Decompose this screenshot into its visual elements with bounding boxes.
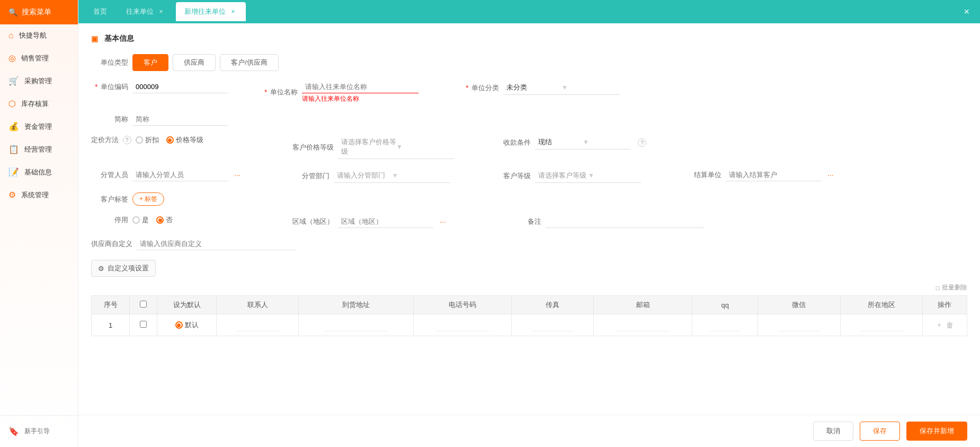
tab-new-partner-close[interactable]: × — [229, 7, 237, 16]
row-default-radio-label[interactable]: 默认 — [163, 320, 211, 330]
settlement-input[interactable] — [726, 169, 821, 181]
tab-new-partner[interactable]: 新增往来单位 × — [176, 2, 246, 21]
batch-delete-label[interactable]: 批量删除 — [942, 283, 967, 292]
sidebar-item-purchase[interactable]: 🛒 采购管理 — [0, 69, 78, 92]
address-input[interactable] — [324, 319, 388, 331]
cat-required: * — [466, 84, 468, 92]
save-new-button[interactable]: 保存并新增 — [906, 422, 967, 441]
tab-bar-close-btn[interactable]: × — [959, 4, 974, 20]
delete-row-btn[interactable]: 🗑 — [946, 321, 954, 329]
pricing-help-icon[interactable]: ? — [123, 136, 131, 144]
sidebar-item-finance[interactable]: 💰 资金管理 — [0, 115, 78, 138]
short-name-input[interactable] — [132, 113, 228, 126]
row-fax — [512, 314, 594, 336]
unit-btn-customer[interactable]: 客户 — [132, 54, 168, 71]
sidebar-item-label: 快捷导航 — [19, 31, 47, 40]
manager-input[interactable] — [132, 169, 228, 181]
tab-new-partner-label: 新增往来单位 — [184, 7, 226, 16]
pricing-discount-radio[interactable] — [136, 136, 143, 144]
payment-terms-select[interactable]: 现结 ▼ — [535, 135, 630, 150]
pricing-price-level[interactable]: 价格等级 — [166, 135, 203, 145]
name-field: * 单位名称 请输入往来单位名称 — [261, 81, 462, 103]
disabled-yes[interactable]: 是 — [132, 215, 149, 225]
basic-icon: 📝 — [8, 167, 19, 177]
batch-delete-row: □ 批量删除 — [91, 283, 967, 292]
settlement-more-btn[interactable]: ··· — [825, 171, 836, 179]
code-name-category-row: * 单位编码 * 单位名称 请输入往来单位名称 * 单位分类 — [91, 81, 967, 103]
sidebar-item-basic[interactable]: 📝 基础信息 — [0, 161, 78, 183]
category-select[interactable]: 未分类 ▼ — [503, 81, 620, 95]
tab-partners-close[interactable]: × — [157, 7, 165, 16]
name-error-msg: 请输入往来单位名称 — [302, 94, 418, 103]
contacts-table: 序号 设为默认 联系人 到货地址 电话号码 传真 邮箱 qq 微信 所在地区 操… — [91, 295, 967, 336]
section-icon: ▣ — [91, 34, 98, 43]
sidebar-item-quick-nav[interactable]: ⌂ 快捷导航 — [0, 24, 78, 47]
settlement-field: 结算单位 ··· — [684, 169, 967, 181]
unit-btn-supplier[interactable]: 供应商 — [173, 54, 216, 71]
row-checkbox — [130, 314, 157, 336]
customer-level-field: 客户等级 请选择客户等级 ▼ — [494, 169, 684, 183]
payment-help-icon[interactable]: ? — [638, 138, 646, 147]
phone-input[interactable] — [436, 319, 489, 331]
location-input[interactable] — [860, 319, 903, 331]
cancel-button[interactable]: 取消 — [813, 422, 853, 441]
tags-row: 客户标签 + 标签 — [91, 192, 967, 206]
save-button[interactable]: 保存 — [860, 422, 900, 441]
sidebar-item-guide[interactable]: 🔖 新手引导 — [0, 420, 78, 443]
custom-settings-btn[interactable]: ⚙ 自定义项设置 — [91, 260, 156, 277]
customer-level-select[interactable]: 请选择客户等级 ▼ — [535, 169, 641, 183]
manager-more-btn[interactable]: ··· — [232, 171, 243, 179]
th-default: 设为默认 — [157, 296, 217, 314]
add-tag-btn[interactable]: + 标签 — [132, 192, 164, 206]
sidebar-search[interactable]: 🔍 搜索菜单 — [0, 0, 78, 24]
guide-icon: 🔖 — [8, 426, 19, 436]
row-select-checkbox[interactable] — [140, 321, 147, 328]
manager-label: 分管人员 — [91, 170, 128, 180]
payment-terms-label: 收款条件 — [494, 138, 531, 147]
unit-btn-both[interactable]: 客户/供应商 — [220, 54, 279, 71]
tab-home[interactable]: 首页 — [85, 2, 115, 21]
fax-input[interactable] — [531, 319, 574, 331]
tab-partners[interactable]: 往来单位 × — [118, 2, 174, 21]
th-qq: qq — [692, 296, 758, 314]
pricing-discount[interactable]: 折扣 — [136, 135, 159, 145]
region-input[interactable] — [338, 215, 433, 228]
manager-row: 分管人员 ··· 分管部门 请输入分管部门 ▼ 客户等级 请选择客户等级 ▼ 结… — [91, 169, 967, 183]
supplier-custom-input[interactable] — [137, 238, 296, 250]
inventory-icon: ⬡ — [8, 99, 16, 109]
qq-input[interactable] — [709, 319, 741, 331]
name-input[interactable] — [302, 81, 418, 93]
form-content: ▣ 基本信息 单位类型 客户 供应商 客户/供应商 * 单位编码 — [78, 23, 980, 415]
remark-input[interactable] — [546, 215, 705, 228]
disabled-no[interactable]: 否 — [156, 215, 173, 225]
row-default: 默认 — [157, 314, 217, 336]
sidebar-item-label: 系统管理 — [21, 190, 49, 200]
unit-type-row: 单位类型 客户 供应商 客户/供应商 — [91, 54, 967, 71]
add-row-btn[interactable]: ＋ — [936, 320, 943, 330]
disabled-row: 停用 是 否 区域（地区） ··· 备注 — [91, 215, 967, 228]
email-input[interactable] — [617, 319, 670, 331]
sidebar-item-operation[interactable]: 📋 经营管理 — [0, 138, 78, 161]
custom-settings-label: 自定义项设置 — [108, 264, 149, 273]
sidebar-item-inventory[interactable]: ⬡ 库存核算 — [0, 92, 78, 115]
region-more-btn[interactable]: ··· — [438, 217, 448, 226]
remark-field: 备注 — [504, 215, 967, 228]
customer-price-level-select[interactable]: 请选择客户价格等级 ▼ — [338, 135, 455, 159]
disabled-yes-radio[interactable] — [132, 216, 140, 224]
code-input[interactable] — [132, 81, 228, 93]
tab-partners-label: 往来单位 — [126, 7, 154, 16]
wechat-input[interactable] — [778, 319, 820, 331]
region-label: 区域（地区） — [292, 217, 334, 226]
department-select[interactable]: 请输入分管部门 ▼ — [334, 169, 450, 183]
sidebar-item-system[interactable]: ⚙ 系统管理 — [0, 183, 78, 206]
disabled-no-radio[interactable] — [156, 216, 164, 224]
row-default-radio[interactable] — [175, 321, 183, 329]
name-label: * 单位名称 — [261, 87, 298, 97]
finance-icon: 💰 — [8, 121, 19, 132]
system-icon: ⚙ — [8, 190, 16, 200]
select-all-checkbox[interactable] — [140, 301, 147, 308]
pricing-price-level-radio[interactable] — [166, 136, 174, 144]
code-required: * — [95, 83, 97, 91]
sidebar-item-sales[interactable]: ◎ 销售管理 — [0, 47, 78, 69]
contact-input[interactable] — [236, 319, 279, 331]
